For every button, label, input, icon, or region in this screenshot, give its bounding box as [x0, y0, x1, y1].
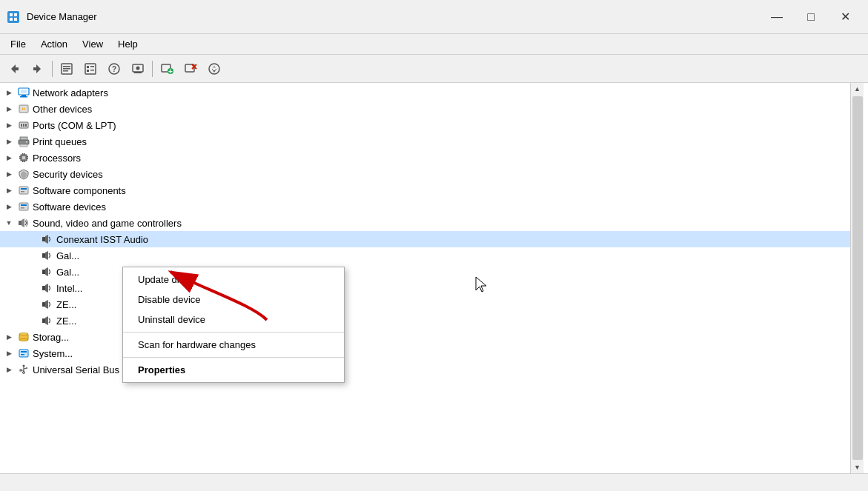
tree-item-network-adapters[interactable]: ▶ Network adapters [0, 84, 850, 101]
scan-button[interactable] [127, 58, 149, 80]
tree-item-conexant[interactable]: Conexant ISST Audio [0, 231, 850, 247]
tree-item-ports[interactable]: ▶ Ports (COM & LPT) [0, 117, 850, 133]
svg-rect-41 [21, 124, 22, 127]
maximize-button[interactable]: □ [794, 0, 828, 34]
svg-rect-60 [21, 191, 24, 193]
svg-rect-70 [42, 318, 45, 323]
svg-rect-51 [19, 158, 21, 160]
expand-icon[interactable]: ▶ [3, 103, 15, 115]
remove-device-button[interactable] [179, 58, 202, 80]
title-bar: Device Manager — □ ✕ [0, 0, 868, 34]
back-button[interactable] [3, 58, 25, 80]
svg-rect-36 [21, 90, 27, 93]
expand-icon [27, 298, 39, 310]
tree-item-sound-video[interactable]: ▼ Sound, video and game controllers [0, 215, 850, 231]
context-uninstall-device[interactable]: Uninstall device [123, 310, 344, 330]
svg-point-77 [23, 365, 25, 367]
forward-button[interactable] [27, 58, 49, 80]
tree-panel[interactable]: ▶ Network adapters ▶ ! Oth [0, 83, 850, 473]
svg-point-72 [19, 333, 28, 335]
gallium2-icon [41, 265, 54, 278]
software-components-icon [17, 184, 30, 197]
svg-rect-66 [42, 253, 45, 258]
svg-rect-75 [21, 351, 27, 353]
zea1-icon [41, 298, 54, 311]
usb-icon [17, 363, 30, 376]
svg-rect-61 [19, 203, 28, 210]
svg-rect-3 [10, 18, 13, 21]
context-disable-device[interactable]: Disable device [123, 290, 344, 310]
svg-rect-76 [21, 354, 24, 355]
svg-rect-4 [14, 18, 17, 21]
svg-text:!: ! [23, 106, 25, 113]
gallium2-label: Gal... [56, 267, 79, 278]
svg-rect-2 [14, 13, 17, 16]
other-devices-icon: ! [17, 102, 30, 116]
svg-rect-16 [87, 70, 89, 72]
context-update-driver[interactable]: Update driver [123, 270, 344, 290]
expand-icon[interactable]: ▶ [3, 87, 15, 98]
expand-icon[interactable]: ▶ [3, 152, 15, 164]
zea2-label: ZE... [56, 315, 76, 327]
scroll-down-button[interactable]: ▼ [852, 461, 864, 473]
tree-item-other-devices[interactable]: ▶ ! Other devices [0, 101, 850, 117]
svg-rect-52 [27, 156, 28, 158]
context-properties[interactable]: Properties [123, 360, 344, 380]
svg-rect-54 [22, 153, 24, 155]
add-device-button[interactable]: + [156, 58, 178, 80]
system-icon [17, 347, 30, 360]
minimize-button[interactable]: — [760, 0, 794, 34]
expand-icon[interactable]: ▶ [3, 136, 15, 147]
menu-view[interactable]: View [75, 36, 110, 52]
svg-rect-21 [134, 72, 142, 73]
tree-item-print-queues[interactable]: ▶ Print queues [0, 133, 850, 150]
svg-text:?: ? [112, 65, 116, 73]
ports-icon [17, 118, 30, 132]
svg-rect-57 [24, 161, 26, 162]
properties-list-button[interactable] [56, 58, 78, 80]
gallium1-icon [41, 249, 54, 262]
help-button[interactable]: ? [103, 58, 125, 80]
scroll-thumb[interactable] [852, 96, 863, 460]
expand-icon[interactable]: ▶ [3, 364, 15, 375]
vertical-scrollbar[interactable]: ▲ ▼ [850, 83, 864, 473]
network-adapters-label: Network adapters [33, 87, 108, 98]
close-button[interactable]: ✕ [828, 0, 862, 34]
expand-icon[interactable]: ▶ [3, 201, 15, 213]
software-devices-icon [17, 200, 30, 213]
expand-icon[interactable]: ▶ [3, 331, 15, 343]
expand-icon[interactable]: ▶ [3, 347, 15, 359]
expand-icon-sound[interactable]: ▼ [3, 217, 15, 229]
menu-file[interactable]: File [3, 36, 33, 52]
scroll-up-button[interactable]: ▲ [852, 83, 864, 95]
status-bar [0, 473, 868, 491]
svg-rect-49 [22, 156, 25, 159]
conexant-label: Conexant ISST Audio [56, 234, 148, 245]
svg-rect-63 [21, 207, 24, 209]
app-icon [6, 10, 21, 24]
svg-rect-74 [19, 350, 28, 357]
separator-1 [52, 61, 53, 77]
tree-item-security-devices[interactable]: ▶ Security devices [0, 166, 850, 182]
menu-help[interactable]: Help [110, 36, 145, 52]
update-driver-button[interactable] [203, 58, 225, 80]
device-list-button[interactable] [79, 58, 102, 80]
svg-rect-6 [15, 67, 19, 70]
tree-item-software-devices[interactable]: ▶ Software devices [0, 198, 850, 215]
system-label: System... [33, 348, 73, 359]
context-scan-hardware[interactable]: Scan for hardware changes [123, 335, 344, 355]
software-devices-label: Software devices [33, 201, 106, 213]
tree-item-processors[interactable]: ▶ Processors [0, 150, 850, 166]
expand-icon[interactable]: ▶ [3, 119, 15, 131]
sound-video-label: Sound, video and game controllers [33, 218, 182, 229]
svg-rect-17 [90, 70, 94, 71]
svg-rect-11 [63, 68, 70, 70]
svg-rect-65 [42, 237, 45, 241]
expand-icon[interactable]: ▶ [3, 184, 15, 196]
main-container: ▶ Network adapters ▶ ! Oth [0, 83, 868, 473]
tree-item-software-components[interactable]: ▶ Software components [0, 182, 850, 198]
menu-action[interactable]: Action [33, 36, 75, 52]
expand-icon[interactable]: ▶ [3, 168, 15, 180]
gallium1-label: Gal... [56, 250, 79, 261]
tree-item-gallium1[interactable]: Gal... [0, 247, 850, 264]
